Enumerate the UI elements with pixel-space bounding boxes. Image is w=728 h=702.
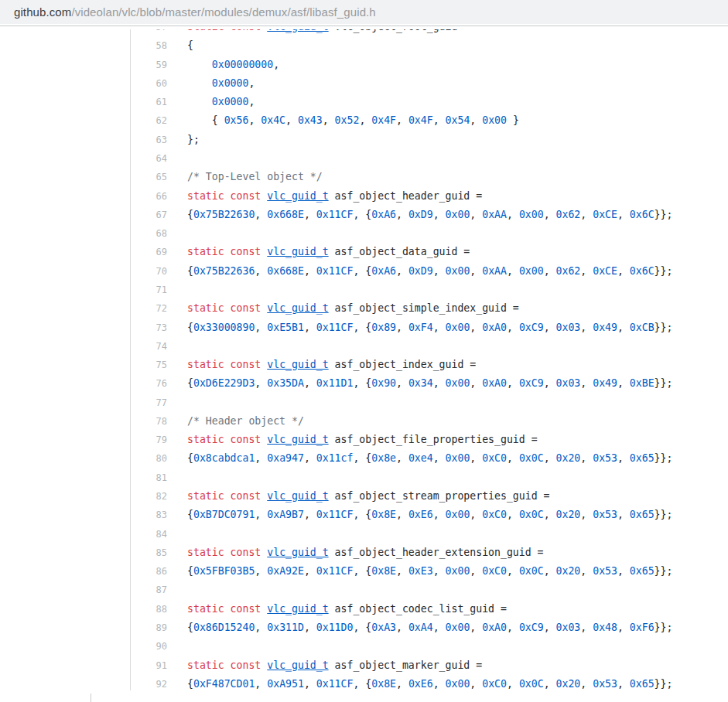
hex-literal: 0x52 — [335, 114, 360, 126]
code-line: 71 — [131, 281, 728, 299]
line-number[interactable]: 92 — [131, 675, 167, 690]
symbol-link[interactable]: vlc_guid_t — [267, 547, 328, 558]
symbol-link[interactable]: vlc_guid_t — [267, 659, 328, 671]
line-number[interactable]: 90 — [131, 637, 167, 656]
hex-literal: 0x20 — [556, 678, 581, 690]
line-number[interactable]: 86 — [131, 562, 167, 581]
code-line: 65/* Top-Level object */ — [131, 168, 728, 186]
symbol-link[interactable]: vlc_guid_t — [267, 302, 328, 314]
code-plain: , — [255, 622, 267, 633]
line-number[interactable]: 65 — [131, 168, 167, 186]
line-number[interactable]: 88 — [131, 600, 167, 619]
keyword: const — [231, 659, 261, 671]
symbol-link[interactable]: vlc_guid_t — [267, 603, 328, 615]
line-number[interactable]: 68 — [131, 224, 167, 243]
symbol-link[interactable]: vlc_guid_t — [267, 490, 328, 502]
code-plain: , — [470, 322, 482, 333]
address-bar[interactable]: github.com/videolan/vlc/blob/master/modu… — [0, 0, 728, 24]
code-plain: , — [255, 509, 267, 520]
hex-literal: 0xA4 — [408, 622, 433, 633]
code-plain: , — [507, 509, 519, 520]
code-line: 78/* Header object */ — [131, 412, 728, 431]
keyword: static — [187, 659, 224, 671]
symbol-link[interactable]: vlc_guid_t — [267, 29, 328, 32]
line-number[interactable]: 60 — [131, 74, 167, 93]
line-number[interactable]: 81 — [131, 469, 167, 487]
code-plain: , — [433, 377, 446, 389]
code-text: {0x86D15240, 0x311D, 0x11D0, {0xA3, 0xA4… — [167, 619, 672, 637]
line-number[interactable]: 89 — [131, 619, 167, 637]
code-plain: asf_object_file_properties_guid = — [329, 434, 538, 445]
hex-literal: 0x53 — [593, 452, 617, 464]
hex-literal: 0x00 — [446, 622, 470, 633]
code-plain: , { — [353, 622, 371, 633]
line-number[interactable]: 69 — [131, 243, 167, 261]
hex-literal: 0x03 — [556, 622, 581, 633]
code-plain: , — [396, 678, 408, 690]
line-number[interactable]: 80 — [131, 449, 167, 468]
code-plain: }}; — [655, 209, 673, 220]
line-number[interactable]: 79 — [131, 431, 167, 449]
line-number[interactable]: 72 — [131, 299, 167, 318]
line-number[interactable]: 82 — [131, 487, 167, 506]
line-number[interactable]: 87 — [131, 581, 167, 599]
code-text: static const vlc_guid_t vlc_object_root_… — [167, 29, 470, 36]
hex-literal: 0x86D15240 — [193, 622, 255, 633]
code-plain: asf_object_header_extension_guid = — [329, 547, 544, 558]
line-number[interactable]: 61 — [131, 93, 167, 111]
code-plain: , — [544, 322, 556, 333]
code-plain: , — [470, 509, 482, 520]
code-plain: , — [255, 678, 267, 690]
code-plain: , — [433, 678, 446, 690]
code-line: 63}; — [131, 131, 728, 149]
symbol-link[interactable]: vlc_guid_t — [267, 434, 328, 445]
line-number[interactable]: 67 — [131, 206, 167, 224]
hex-literal: 0x35DA — [267, 377, 304, 389]
keyword: static — [187, 302, 224, 314]
code-text: { 0x56, 0x4C, 0x43, 0x52, 0x4F, 0x4F, 0x… — [167, 111, 519, 130]
line-number[interactable]: 59 — [131, 56, 167, 74]
symbol-link[interactable]: vlc_guid_t — [267, 190, 328, 202]
comment: /* Top-Level object */ — [187, 171, 323, 182]
line-number[interactable]: 78 — [131, 412, 167, 431]
line-number[interactable]: 62 — [131, 111, 167, 130]
hex-literal: 0xE6 — [408, 678, 433, 690]
line-number[interactable]: 91 — [131, 656, 167, 675]
line-number[interactable]: 70 — [131, 262, 167, 281]
line-number[interactable]: 58 — [131, 36, 167, 55]
line-number[interactable]: 76 — [131, 374, 167, 393]
line-number[interactable]: 77 — [131, 394, 167, 412]
hex-literal: 0x54 — [446, 114, 470, 126]
line-number[interactable]: 73 — [131, 319, 167, 337]
code-plain: , — [544, 622, 556, 633]
code-text: {0x75B22630, 0x668E, 0x11CF, {0xA6, 0xD9… — [167, 206, 672, 224]
keyword: const — [231, 547, 261, 558]
code-plain: , — [580, 622, 593, 633]
hex-literal: 0xAA — [482, 265, 507, 277]
code-line: 89{0x86D15240, 0x311D, 0x11D0, {0xA3, 0x… — [131, 619, 728, 637]
line-number[interactable]: 71 — [131, 281, 167, 299]
code-plain: , — [580, 322, 593, 333]
hex-literal: 0x4F — [408, 114, 433, 126]
code-plain: { — [187, 114, 224, 126]
line-number[interactable]: 66 — [131, 187, 167, 206]
line-number[interactable]: 74 — [131, 337, 167, 356]
symbol-link[interactable]: vlc_guid_t — [267, 246, 328, 257]
symbol-link[interactable]: vlc_guid_t — [267, 359, 328, 370]
hex-literal: 0xA6 — [371, 209, 396, 220]
hex-literal: 0x6C — [630, 209, 655, 220]
line-number[interactable]: 84 — [131, 525, 167, 544]
line-number[interactable]: 83 — [131, 506, 167, 524]
code-plain: }}; — [655, 678, 673, 690]
code-plain: }}; — [655, 265, 673, 277]
hex-literal: 0x11CF — [316, 565, 354, 577]
code-line: 57static const vlc_guid_t vlc_object_roo… — [131, 29, 728, 36]
line-number[interactable]: 85 — [131, 544, 167, 562]
line-number[interactable]: 57 — [131, 29, 167, 36]
line-number[interactable]: 75 — [131, 356, 167, 374]
line-number[interactable]: 64 — [131, 149, 167, 168]
code-plain: , — [304, 622, 316, 633]
hex-literal: 0x00 — [446, 322, 470, 333]
line-number[interactable]: 63 — [131, 131, 167, 149]
code-plain: , — [470, 452, 482, 464]
